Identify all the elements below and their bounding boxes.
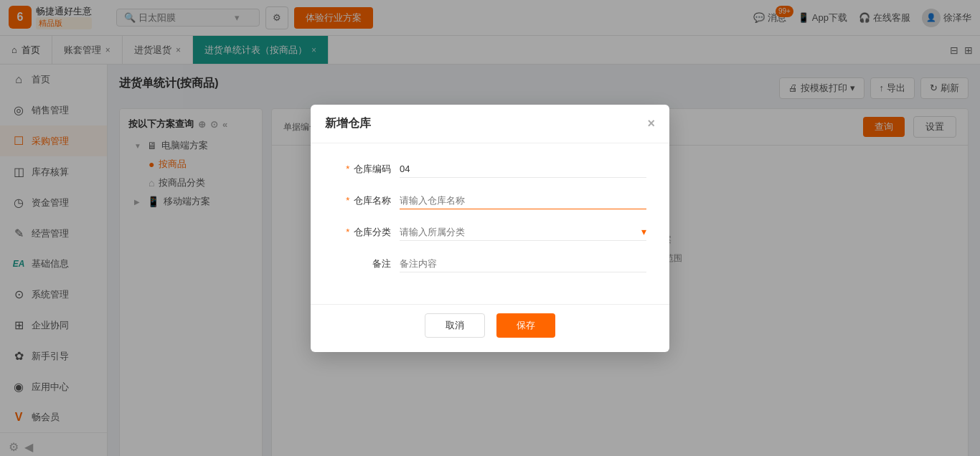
category-input[interactable] (400, 224, 641, 240)
note-label: 备注 (334, 257, 391, 270)
form-row-code: * 仓库编码 (334, 161, 646, 178)
code-label: * 仓库编码 (334, 163, 391, 176)
note-input[interactable] (400, 255, 646, 272)
save-button[interactable]: 保存 (496, 313, 555, 338)
dialog-title: 新增仓库 (325, 116, 371, 131)
dialog-body: * 仓库编码 * 仓库名称 * 仓库分类 (311, 143, 669, 304)
name-input[interactable] (400, 192, 646, 209)
category-label: * 仓库分类 (334, 226, 391, 239)
modal-overlay: 新增仓库 × * 仓库编码 * 仓库名称 (0, 0, 980, 456)
form-row-name: * 仓库名称 (334, 192, 646, 209)
new-warehouse-dialog: 新增仓库 × * 仓库编码 * 仓库名称 (311, 105, 669, 352)
form-row-note: 备注 (334, 255, 646, 272)
form-row-category: * 仓库分类 ▾ (334, 224, 646, 241)
category-dropdown-icon[interactable]: ▾ (641, 226, 646, 237)
dialog-close-icon[interactable]: × (647, 116, 655, 131)
code-input[interactable] (400, 161, 646, 178)
category-select-wrap: ▾ (400, 224, 646, 241)
dialog-footer: 取消 保存 (311, 304, 669, 352)
cancel-button[interactable]: 取消 (425, 313, 485, 338)
dialog-header: 新增仓库 × (311, 105, 669, 143)
name-label: * 仓库名称 (334, 194, 391, 207)
